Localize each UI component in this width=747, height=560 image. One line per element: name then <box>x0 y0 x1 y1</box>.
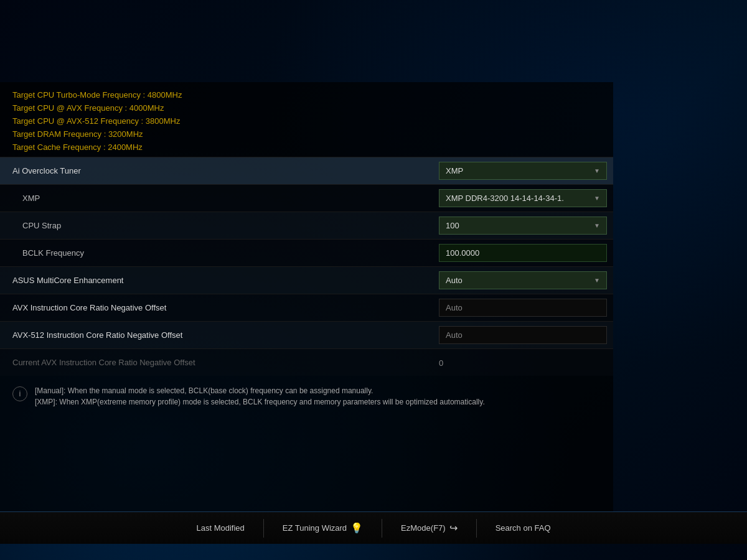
chevron-down-icon: ▼ <box>594 195 600 202</box>
info-box: i [Manual]: When the manual mode is sele… <box>12 385 601 408</box>
setting-bclk-frequency: BCLK Frequency 100.0000 <box>0 239 613 266</box>
info-text: [Manual]: When the manual mode is select… <box>35 385 485 408</box>
ai-overclock-dropdown[interactable]: XMP ▼ <box>439 162 607 180</box>
xmp-dropdown[interactable]: XMP DDR4-3200 14-14-14-34-1. ▼ <box>439 189 607 207</box>
info-row-turbo: Target CPU Turbo-Mode Frequency : 4800MH… <box>12 88 601 101</box>
search-faq-btn[interactable]: Search on FAQ <box>477 512 570 544</box>
ai-overclock-value[interactable]: XMP ▼ <box>433 162 613 180</box>
setting-avx512-ratio: AVX-512 Instruction Core Ratio Negative … <box>0 321 613 348</box>
multicore-dropdown[interactable]: Auto ▼ <box>439 271 607 289</box>
bottom-bar: Last Modified EZ Tuning Wizard 💡 EzMode(… <box>0 511 747 544</box>
cpu-strap-dropdown[interactable]: 100 ▼ <box>439 217 607 235</box>
avx-ratio-label: AVX Instruction Core Ratio Negative Offs… <box>0 298 433 317</box>
info-icon: i <box>12 386 27 401</box>
cpu-strap-value[interactable]: 100 ▼ <box>433 217 613 235</box>
info-row-cache: Target Cache Frequency : 2400MHz <box>12 141 601 154</box>
avx-ratio-value: Auto <box>433 299 613 317</box>
ai-overclock-label: Ai Overclock Tuner <box>0 161 433 180</box>
setting-avx-ratio: AVX Instruction Core Ratio Negative Offs… <box>0 294 613 321</box>
chevron-down-icon: ▼ <box>594 277 600 284</box>
avx512-ratio-field: Auto <box>439 326 607 344</box>
multicore-label: ASUS MultiCore Enhancement <box>0 271 433 290</box>
setting-xmp: XMP XMP DDR4-3200 14-14-14-34-1. ▼ <box>0 184 613 212</box>
bclk-input[interactable]: 100.0000 <box>439 244 607 262</box>
info-row-avx512: Target CPU @ AVX-512 Frequency : 3800MHz <box>12 114 601 128</box>
chevron-down-icon: ▼ <box>594 222 600 229</box>
bclk-value[interactable]: 100.0000 <box>433 244 613 262</box>
last-modified-btn[interactable]: Last Modified <box>177 512 263 544</box>
wizard-icon: 💡 <box>350 522 363 534</box>
current-avx-value: 0 <box>433 357 613 368</box>
settings-table: Ai Overclock Tuner XMP ▼ XMP <box>0 157 613 376</box>
setting-ai-overclock-tuner: Ai Overclock Tuner XMP ▼ <box>0 157 613 184</box>
ez-mode-icon: ↪ <box>449 522 458 534</box>
target-frequency-info: Target CPU Turbo-Mode Frequency : 4800MH… <box>0 82 613 157</box>
chevron-down-icon: ▼ <box>594 167 600 174</box>
avx512-ratio-value: Auto <box>433 326 613 344</box>
bclk-label: BCLK Frequency <box>0 243 433 263</box>
xmp-value[interactable]: XMP DDR4-3200 14-14-14-34-1. ▼ <box>433 189 613 207</box>
multicore-value[interactable]: Auto ▼ <box>433 271 613 289</box>
ez-mode-btn[interactable]: EzMode(F7) ↪ <box>382 512 476 544</box>
avx512-ratio-label: AVX-512 Instruction Core Ratio Negative … <box>0 325 433 345</box>
setting-cpu-strap: CPU Strap 100 ▼ <box>0 212 613 239</box>
ez-tuning-wizard-btn[interactable]: EZ Tuning Wizard 💡 <box>264 512 382 544</box>
setting-multicore-enhancement: ASUS MultiCore Enhancement Auto ▼ <box>0 266 613 294</box>
main-panel: Target CPU Turbo-Mode Frequency : 4800MH… <box>0 82 613 511</box>
current-avx-label: Current AVX Instruction Core Ratio Negat… <box>0 353 433 372</box>
info-row-dram: Target DRAM Frequency : 3200MHz <box>12 128 601 141</box>
info-row-avx: Target CPU @ AVX Frequency : 4000MHz <box>12 101 601 114</box>
xmp-label: XMP <box>0 189 433 208</box>
setting-current-avx: Current AVX Instruction Core Ratio Negat… <box>0 348 613 376</box>
cpu-strap-label: CPU Strap <box>0 216 433 235</box>
avx-ratio-field: Auto <box>439 299 607 317</box>
